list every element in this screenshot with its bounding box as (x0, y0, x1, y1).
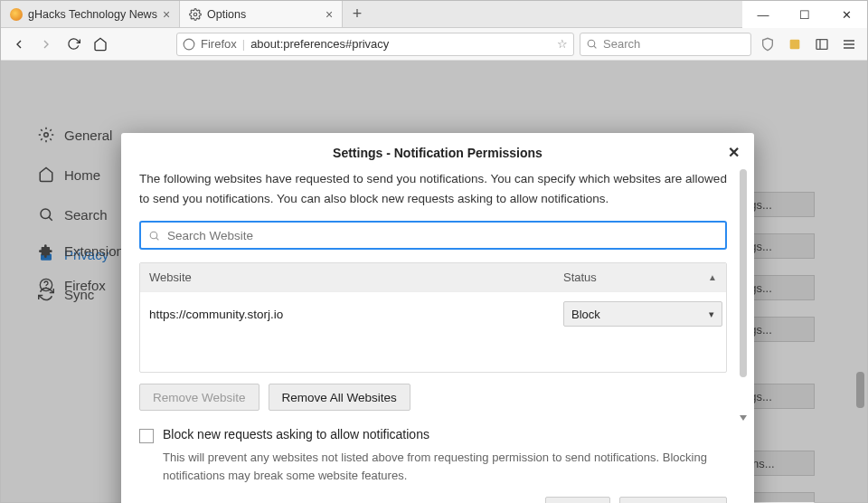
notification-permissions-dialog: Settings - Notification Permissions ✕ Th… (121, 133, 754, 503)
tab-title: Options (207, 8, 246, 21)
block-new-requests-checkbox[interactable] (139, 429, 154, 443)
dialog-title: Settings - Notification Permissions ✕ (121, 133, 754, 169)
reload-button[interactable] (62, 33, 84, 55)
scroll-down-icon[interactable] (740, 377, 747, 421)
search-icon (586, 38, 598, 50)
identity-label: Firefox (201, 37, 237, 51)
save-changes-button[interactable]: Save Changes (619, 497, 727, 503)
svg-point-1 (184, 39, 194, 50)
checkbox-label: Block new requests asking to allow notif… (163, 427, 429, 441)
tab-ghacks[interactable]: gHacks Technology News × (1, 1, 180, 27)
url-text: about:preferences#privacy (250, 37, 552, 51)
cell-website: https://community.storj.io (140, 299, 554, 330)
dialog-close-button[interactable]: ✕ (723, 142, 743, 162)
status-value: Block (571, 308, 600, 321)
menu-button[interactable] (838, 33, 860, 55)
shield-icon[interactable] (757, 33, 778, 55)
search-bar[interactable]: Search (580, 33, 751, 56)
nav-toolbar: Firefox | about:preferences#privacy ☆ Se… (1, 28, 867, 61)
extension-icon[interactable] (784, 33, 806, 55)
minimize-button[interactable]: — (742, 1, 784, 28)
svg-rect-4 (816, 39, 827, 49)
new-tab-button[interactable]: + (343, 1, 372, 27)
svg-point-14 (150, 232, 157, 239)
home-button[interactable] (90, 33, 111, 55)
firefox-icon (183, 38, 195, 51)
url-bar[interactable]: Firefox | about:preferences#privacy ☆ (176, 33, 574, 56)
close-icon[interactable]: × (326, 7, 333, 22)
bookmark-star-icon[interactable]: ☆ (557, 37, 568, 51)
chevron-down-icon: ▾ (709, 308, 714, 320)
cancel-button[interactable]: Cancel (545, 497, 610, 503)
status-select[interactable]: Block ▾ (563, 301, 722, 327)
content-area: General Home Search Privacy Sync (1, 61, 867, 502)
tab-title: gHacks Technology News (28, 8, 157, 21)
svg-point-2 (588, 40, 595, 47)
search-placeholder: Search (603, 37, 640, 51)
svg-rect-3 (790, 39, 800, 49)
checkbox-description: This will prevent any websites not liste… (163, 449, 723, 484)
search-icon (148, 230, 160, 242)
column-status[interactable]: Status ▲ (554, 263, 726, 291)
browser-window: gHacks Technology News × Options × + — ☐… (0, 0, 868, 503)
ghacks-favicon (10, 8, 23, 21)
back-button[interactable] (8, 33, 30, 55)
dialog-description: The following websites have requested to… (139, 169, 727, 208)
window-controls: — ☐ ✕ (742, 1, 867, 28)
table-row[interactable]: https://community.storj.io Block ▾ (140, 291, 726, 336)
close-icon[interactable]: × (163, 7, 170, 22)
sidebar-icon[interactable] (811, 33, 833, 55)
column-website[interactable]: Website (140, 263, 554, 291)
search-website-input[interactable] (165, 228, 718, 243)
tab-strip: gHacks Technology News × Options × + (1, 1, 742, 28)
sort-up-icon: ▲ (708, 272, 717, 282)
maximize-button[interactable]: ☐ (784, 1, 826, 28)
dialog-scrollbar-thumb[interactable] (740, 169, 747, 377)
forward-button[interactable] (35, 33, 57, 55)
permissions-table: Website Status ▲ https://community.storj… (139, 262, 727, 373)
svg-point-0 (193, 13, 197, 16)
tab-options[interactable]: Options × (180, 1, 343, 27)
search-website-field[interactable] (139, 221, 727, 250)
remove-all-websites-button[interactable]: Remove All Websites (269, 384, 410, 411)
gear-icon (189, 8, 202, 21)
close-window-button[interactable]: ✕ (826, 1, 867, 28)
remove-website-button[interactable]: Remove Website (139, 384, 259, 411)
